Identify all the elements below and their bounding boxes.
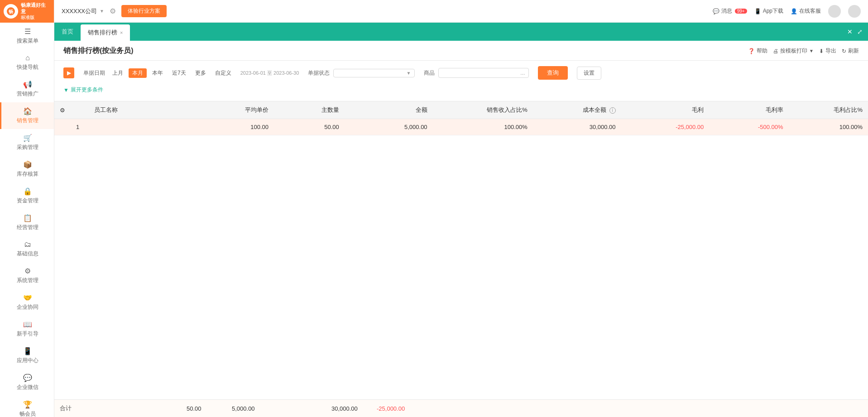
print-button[interactable]: 🖨 按模板打印 ▼ xyxy=(773,47,814,55)
filter-status-select[interactable]: ▼ xyxy=(333,69,415,77)
col-profit-rate: 毛利率 xyxy=(709,101,788,119)
filter-date-tabs: 上月 本月 本年 近7天 更多 自定义 xyxy=(109,68,235,78)
col-settings[interactable]: ⚙ xyxy=(54,101,71,119)
sidebar-item-finance[interactable]: 🔒 资金管理 xyxy=(0,182,54,209)
footer-qty-val: 50.00 xyxy=(187,405,223,412)
filter-tab-more[interactable]: 更多 xyxy=(192,68,210,78)
logo: 畅 畅康通好生意 标准版 xyxy=(0,0,54,23)
logo-sub: 标准版 xyxy=(21,14,50,21)
sidebar-item-inventory[interactable]: 📦 库存核算 xyxy=(0,156,54,182)
sidebar-item-enterprise[interactable]: 🤝 企业协同 xyxy=(0,289,54,316)
settings-icon[interactable]: ⚙ xyxy=(110,7,116,15)
chevron-down-icon: ▼ xyxy=(100,9,104,14)
tab-home[interactable]: 首页 xyxy=(54,23,81,41)
operation-icon: 📋 xyxy=(23,214,32,222)
print-label: 按模板打印 xyxy=(780,47,807,55)
sidebar-item-label: 新手引导 xyxy=(17,330,38,338)
sidebar-item-system[interactable]: ⚙ 系统管理 xyxy=(0,262,54,289)
cell-profit: -25,000.00 xyxy=(621,119,710,135)
sidebar-item-member[interactable]: 🏆 畅会员 xyxy=(0,396,54,417)
cell-avg-price: 100.00 xyxy=(195,119,274,135)
filter-status-item: 单据状态 ▼ xyxy=(308,69,415,77)
expand-more-button[interactable]: ▼ 展开更多条件 xyxy=(63,84,859,96)
sidebar-item-app-center[interactable]: 📱 应用中心 xyxy=(0,342,54,369)
expand-row: ▼ 展开更多条件 xyxy=(63,84,859,96)
sidebar-item-basic-info[interactable]: 🗂 基础信息 xyxy=(0,236,54,262)
tab-close-icon[interactable]: × xyxy=(120,30,123,35)
cell-settings xyxy=(54,119,71,135)
sidebar-item-sales[interactable]: 🏠 销售管理 xyxy=(0,102,54,129)
download-item[interactable]: 📱 App下载 xyxy=(754,7,783,15)
tab-close-window-icon[interactable]: ✕ xyxy=(847,28,853,35)
main: XXXXXX公司 ▼ ⚙ 体验行业方案 💬 消息 99+ 📱 App下载 👤 在… xyxy=(54,0,868,417)
sidebar-item-label: 搜索菜单 xyxy=(17,37,38,45)
company-name: XXXXXX公司 xyxy=(62,7,97,15)
sidebar-item-marketing[interactable]: 📢 营销推广 xyxy=(0,76,54,102)
sidebar-item-operation[interactable]: 📋 经营管理 xyxy=(0,209,54,236)
basicinfo-icon: 🗂 xyxy=(24,240,31,249)
message-icon: 💬 xyxy=(713,8,719,14)
refresh-label: 刷新 xyxy=(848,47,859,55)
filter-goods-dots: ... xyxy=(520,70,525,76)
sidebar-item-guide[interactable]: 📖 新手引导 xyxy=(0,316,54,342)
sidebar-item-wechat[interactable]: 💬 企业微信 xyxy=(0,369,54,396)
sidebar-item-label: 快捷导航 xyxy=(17,63,38,71)
page-title: 销售排行榜(按业务员) xyxy=(63,46,134,56)
message-item[interactable]: 💬 消息 99+ xyxy=(713,7,747,15)
export-button[interactable]: ⬇ 导出 xyxy=(819,47,836,55)
filter-tab-custom[interactable]: 自定义 xyxy=(211,68,235,78)
filter-goods-item: 商品 ... xyxy=(424,68,529,78)
refresh-icon: ↻ xyxy=(842,48,846,54)
sidebar-item-quick-nav[interactable]: ⌂ 快捷导航 xyxy=(0,49,54,76)
avatar2 xyxy=(848,5,861,18)
filter-tab-last-month[interactable]: 上月 xyxy=(109,68,127,78)
col-amount: 全额 xyxy=(345,101,433,119)
sidebar-item-label: 企业微信 xyxy=(17,383,38,391)
filter-goods-select[interactable]: ... xyxy=(438,68,529,78)
table-container: ⚙ 员工名称 平均单价 主数量 全额 xyxy=(54,101,868,399)
col-name-label: 员工名称 xyxy=(94,106,118,113)
filter-tab-7days[interactable]: 近7天 xyxy=(168,68,190,78)
print-icon: 🖨 xyxy=(773,48,778,54)
set-button[interactable]: 设置 xyxy=(577,67,601,80)
filter-date-label: 单据日期 xyxy=(83,69,105,77)
expand-label: 展开更多条件 xyxy=(71,86,103,94)
filter-tab-this-year[interactable]: 本年 xyxy=(149,68,167,78)
cell-rank: 1 xyxy=(71,119,89,135)
page-header: 销售排行榜(按业务员) ❓ 帮助 🖨 按模板打印 ▼ ⬇ 导出 ↻ 刷新 xyxy=(54,41,868,61)
svg-text:畅: 畅 xyxy=(9,9,13,14)
col-avg-price: 平均单价 xyxy=(195,101,274,119)
tab-fullscreen-icon[interactable]: ⤢ xyxy=(857,28,863,35)
logo-icon: 畅 xyxy=(4,4,18,19)
tab-sales-rank[interactable]: 销售排行榜 × xyxy=(81,24,130,41)
col-cost-label: 成本全额 xyxy=(583,106,606,113)
cell-qty: 50.00 xyxy=(274,119,345,135)
sidebar-item-purchase[interactable]: 🛒 采购管理 xyxy=(0,129,54,156)
filter-row: ▶ 单据日期 上月 本月 本年 近7天 更多 自定义 2023-06-01 至 … xyxy=(63,66,859,80)
company-selector[interactable]: XXXXXX公司 ▼ xyxy=(62,7,104,15)
help-button[interactable]: ❓ 帮助 xyxy=(748,47,767,55)
message-label: 消息 xyxy=(721,7,732,15)
filter-area: ▶ 单据日期 上月 本月 本年 近7天 更多 自定义 2023-06-01 至 … xyxy=(54,61,868,101)
table-header-row: ⚙ 员工名称 平均单价 主数量 全额 xyxy=(54,101,868,119)
col-rank xyxy=(71,101,89,119)
col-cost-info-icon[interactable]: i xyxy=(609,107,616,114)
filter-tab-this-month[interactable]: 本月 xyxy=(129,68,147,78)
member-icon: 🏆 xyxy=(23,400,32,409)
filter-toggle-button[interactable]: ▶ xyxy=(63,67,74,78)
col-qty-label: 主数量 xyxy=(321,106,339,113)
col-qty: 主数量 xyxy=(274,101,345,119)
sidebar-item-label: 基础信息 xyxy=(17,250,38,258)
filter-goods-label: 商品 xyxy=(424,69,435,77)
sidebar-item-label: 资金管理 xyxy=(17,197,38,205)
trial-button[interactable]: 体验行业方案 xyxy=(121,5,167,17)
refresh-button[interactable]: ↻ 刷新 xyxy=(842,47,859,55)
sidebar-item-search[interactable]: ☰ 搜索菜单 xyxy=(0,23,54,49)
download-label: App下载 xyxy=(763,7,783,15)
logo-text: 畅康通好生意 xyxy=(21,2,50,15)
filter-status-chevron-icon: ▼ xyxy=(406,71,411,76)
service-item[interactable]: 👤 在线客服 xyxy=(791,7,821,15)
home-icon: ⌂ xyxy=(25,54,30,62)
query-button[interactable]: 查询 xyxy=(538,66,568,80)
data-table: ⚙ 员工名称 平均单价 主数量 全额 xyxy=(54,101,868,135)
